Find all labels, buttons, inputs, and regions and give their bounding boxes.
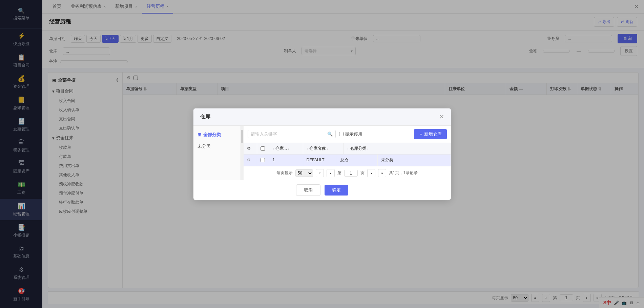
modal-search-box[interactable]: 🔍 [248, 130, 336, 138]
modal-header: 仓库 ✕ [193, 108, 451, 126]
modal-close-button[interactable]: ✕ [439, 113, 444, 121]
modal-all-categories[interactable]: ⊞ 全部分类 [193, 129, 241, 141]
modal-toolbar: 🔍 显示停用 ＋ 新增仓库 [244, 126, 451, 143]
modal-page-word: 第 [337, 170, 341, 176]
warehouse-modal: 仓库 ✕ ⊞ 全部分类 未分类 [193, 108, 451, 200]
sort-desc-icon-2: ↓ [327, 147, 328, 150]
row-checkbox[interactable] [261, 158, 265, 162]
modal-pagination-bar: 每页显示 50 « ‹ 第 页 › » 共1页，1条记录 [244, 166, 451, 180]
modal-right-panel: 🔍 显示停用 ＋ 新增仓库 ⚙ [244, 126, 451, 180]
modal-th-code: ↑ 仓库... ↓ [269, 143, 303, 154]
modal-td-settings: ⚙ [244, 155, 257, 166]
modal-category-label: 仓库分类 [350, 146, 366, 151]
row-code: DEFAULT [307, 158, 325, 162]
modal-table-header: ⚙ ↑ 仓库... ↓ ↑ 仓库名称 ↓ [244, 143, 451, 155]
grid-icon-2: ⊞ [198, 132, 201, 137]
modal-next-page[interactable]: › [367, 169, 375, 177]
modal-per-page-label: 每页显示 [276, 170, 293, 176]
row-num: 1 [273, 158, 275, 162]
modal-table-body: ⚙ 1 DEFAULT 总仓 [244, 155, 451, 166]
scroll-thumb [241, 130, 243, 143]
modal-name-label: 仓库名称 [309, 146, 326, 151]
modal-total-label: 共1页，1条记录 [389, 170, 418, 176]
modal-select-all[interactable] [261, 146, 265, 151]
modal-col-settings-icon: ⚙ [247, 146, 251, 151]
row-name: 总仓 [340, 157, 349, 163]
row-settings-icon: ⚙ [247, 158, 251, 162]
modal-th-category: ↑ 仓库分类 ↓ [344, 143, 451, 154]
modal-left-unclassified-label: 未分类 [198, 144, 211, 149]
cancel-button[interactable]: 取消 [296, 184, 320, 196]
modal-page-input[interactable] [344, 170, 358, 177]
modal-td-category: 未分类 [378, 155, 451, 166]
modal-body: ⊞ 全部分类 未分类 🔍 [193, 126, 451, 180]
modal-last-page[interactable]: » [378, 169, 386, 177]
sort-asc-icon-2: ↑ [307, 147, 308, 150]
modal-th-settings[interactable]: ⚙ [244, 143, 257, 154]
modal-overlay: 仓库 ✕ ⊞ 全部分类 未分类 [0, 0, 644, 308]
modal-th-name: ↑ 仓库名称 ↓ [303, 143, 344, 154]
modal-left-panel: ⊞ 全部分类 未分类 [193, 126, 241, 180]
sort-desc-icon: ↓ [288, 147, 290, 150]
modal-page-label: 页 [360, 170, 365, 176]
modal-td-num: 1 [269, 155, 303, 166]
modal-left-unclassified[interactable]: 未分类 [193, 141, 241, 152]
modal-search-input[interactable] [251, 131, 325, 137]
sort-asc-icon: ↑ [273, 147, 274, 150]
show-disabled-checkbox[interactable]: 显示停用 [339, 131, 362, 137]
sort-desc-icon-3: ↓ [367, 147, 369, 150]
show-disabled-label: 显示停用 [345, 131, 362, 137]
show-disabled-check[interactable] [339, 132, 344, 136]
sort-asc-icon-3: ↑ [347, 147, 349, 150]
modal-per-page-select[interactable]: 50 [295, 169, 313, 177]
modal-title: 仓库 [200, 114, 210, 120]
modal-footer: 取消 确定 [193, 180, 451, 200]
modal-left-all-label: 全部分类 [203, 132, 221, 138]
modal-td-checkbox[interactable] [257, 155, 269, 166]
modal-first-page[interactable]: « [316, 169, 324, 177]
modal-prev-page[interactable]: ‹ [327, 169, 335, 177]
table-row[interactable]: ⚙ 1 DEFAULT 总仓 [244, 155, 451, 166]
modal-th-checkbox [257, 143, 269, 154]
confirm-button[interactable]: 确定 [325, 185, 348, 196]
modal-td-code: DEFAULT [303, 155, 337, 166]
row-category: 未分类 [381, 157, 393, 163]
modal-code-label: 仓库... [275, 146, 287, 151]
search-icon-2: 🔍 [327, 131, 333, 137]
add-warehouse-button[interactable]: ＋ 新增仓库 [414, 129, 447, 139]
modal-td-name: 总仓 [337, 155, 378, 166]
left-panel-scroll-area [241, 126, 244, 180]
